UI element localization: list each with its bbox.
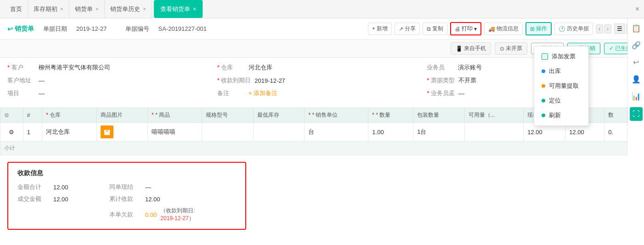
print-icon: 🖨: [455, 26, 460, 32]
col-no: #: [23, 108, 42, 123]
payment-current-debt: 本单欠款 0.00 （收款到期日: 2019-12-27）: [109, 207, 201, 222]
cell-more: 0.: [604, 123, 627, 142]
close-tab-sales-history[interactable]: ×: [143, 6, 146, 12]
copy-icon: ⧉: [427, 26, 431, 32]
refresh-icon: [542, 114, 545, 117]
share-icon: ↗: [399, 26, 403, 32]
col-product-img: 商品图片: [96, 108, 147, 123]
list-view-button[interactable]: ☰: [614, 23, 625, 34]
tab-inventory-init[interactable]: 库存期初 ×: [28, 0, 69, 18]
invoice-icon: ⊙: [500, 46, 504, 52]
cell-available: [464, 123, 524, 142]
salesman-label: 业务员: [427, 63, 454, 72]
new-button[interactable]: + 新增: [368, 23, 392, 35]
due-date-value: 2019-12-27: [254, 77, 285, 84]
close-tab-view-sales[interactable]: ×: [193, 6, 196, 12]
close-page-button[interactable]: ×: [635, 5, 639, 13]
col-spec: 规格型号: [202, 108, 253, 123]
form-title-text: 销货单: [15, 25, 34, 33]
page-content: ↩ 销货单 单据日期 2019-12-27 单据编号 SA-20191227-0…: [0, 18, 644, 245]
dropdown-locate[interactable]: 定位: [534, 93, 588, 108]
date-label: 单据日期: [43, 25, 67, 33]
col-pkg-qty: 包装数量: [413, 108, 464, 123]
project-value: —: [39, 90, 45, 97]
note-label: 备注: [217, 89, 245, 97]
nav-arrows: ‹ ›: [596, 24, 611, 34]
share-button[interactable]: ↗ 分享: [395, 23, 420, 35]
payment-grid: 金额合计 12.00 同单现结 — 成交金额 12.00 累计收款 12.00 …: [17, 183, 236, 222]
cell-product: 嘻嘻嘻嘻: [148, 123, 202, 142]
sidebar-icon-5[interactable]: 📊: [630, 90, 643, 103]
cell-warehouse: 河北仓库: [42, 123, 96, 142]
logistics-button[interactable]: 🚚 物流信息: [484, 23, 523, 35]
prev-record-button[interactable]: ‹: [596, 24, 603, 34]
subtotal-label: 小计: [0, 142, 627, 155]
salesman-field: 业务员 演示账号: [427, 63, 637, 72]
history-button[interactable]: 🕐 历史单据: [554, 23, 593, 35]
salesman2-value: —: [458, 90, 464, 97]
payment-deal-amount: 成交金额 12.00: [17, 195, 109, 203]
print-button[interactable]: 🖨 打印 ▾: [450, 22, 481, 35]
cell-gear: ⚙: [0, 123, 23, 142]
customer-label: 客户: [7, 63, 35, 72]
due-date-label: 收款到期日: [217, 76, 251, 85]
dropdown-available-pickup[interactable]: 可用量提取: [534, 79, 588, 93]
form-meta: 单据日期 2019-12-27 单据编号 SA-20191227-001: [43, 25, 368, 33]
table-row: ⚙ 1 河北仓库 嘻嘻嘻嘻 台 1.00 1台 12.00 12.00 0.: [0, 123, 627, 142]
due-date-field: 收款到期日 2019-12-27: [217, 76, 427, 85]
warehouse-value: 河北仓库: [249, 63, 272, 72]
dropdown-add-invoice[interactable]: 添加发票: [534, 49, 588, 64]
col-unit: * 销售单位: [305, 108, 368, 123]
payment-title: 收款信息: [17, 169, 236, 177]
customer-value: 柳州粤港平安气体有限公司: [39, 63, 110, 72]
tab-sales-history[interactable]: 销货单历史 ×: [105, 0, 152, 18]
history-icon: 🕐: [559, 26, 565, 32]
dropdown-outbound[interactable]: 出库: [534, 64, 588, 79]
project-label: 项目: [7, 89, 35, 97]
salesman2-label: 业务员孟: [427, 89, 455, 97]
tab-home[interactable]: 首页: [5, 0, 28, 18]
sidebar-icon-4[interactable]: 👤: [630, 73, 643, 85]
project-field: 项目 —: [7, 89, 217, 97]
tab-sales-order[interactable]: 销货单 ×: [69, 0, 105, 18]
ticket-value: 不开票: [458, 76, 476, 85]
address-value: —: [39, 77, 45, 84]
form-actions: + 新增 ↗ 分享 ⧉ 复制 🖨 打印 ▾ 🚚 物流信息 ⊞ 操作: [368, 22, 637, 35]
table-header-row: ⚙ # 仓库 商品图片 * 商品 规格型号 最低库存 * 销售单位 * 数量 包…: [0, 108, 627, 123]
sidebar-icon-1[interactable]: 📋: [630, 22, 643, 34]
dropdown-refresh[interactable]: 刷新: [534, 108, 588, 123]
address-field: 客户地址 —: [7, 76, 217, 85]
next-record-button[interactable]: ›: [604, 24, 611, 34]
copy-button[interactable]: ⧉ 复制: [423, 23, 447, 35]
effective-icon: ✓: [609, 45, 615, 51]
add-note-button[interactable]: 添加备注: [249, 89, 277, 97]
sidebar-icon-3[interactable]: ↩: [631, 56, 641, 68]
operations-button[interactable]: ⊞ 操作: [525, 22, 552, 35]
col-gear: ⚙: [0, 108, 23, 123]
phone-icon: 📱: [456, 46, 463, 52]
close-tab-inventory-init[interactable]: ×: [60, 6, 63, 12]
warehouse-label: 仓库: [217, 63, 245, 72]
payment-same-order: 同单现结 —: [109, 183, 201, 191]
operations-icon: ⊞: [530, 26, 535, 32]
close-tab-sales-order[interactable]: ×: [96, 6, 99, 12]
sidebar-icon-expand[interactable]: ⛶: [630, 107, 643, 121]
form-title: ↩ 销货单: [7, 25, 34, 33]
customer-field: 客户 柳州粤港平安气体有限公司: [7, 63, 217, 72]
payment-wrapper: 收款信息 金额合计 12.00 同单现结 — 成交金额 12.00 累计收款 1…: [0, 155, 644, 236]
date-value: 2019-12-27: [76, 25, 107, 32]
col-product: * 商品: [148, 108, 202, 123]
salesman2-field: 业务员孟 —: [427, 89, 637, 97]
col-qty: * 数量: [368, 108, 413, 123]
form-title-icon: ↩: [7, 25, 13, 33]
sidebar-icon-2[interactable]: 🔗: [630, 39, 643, 51]
print-dropdown-arrow: ▾: [474, 26, 477, 32]
tab-view-sales[interactable]: 查看销货单 ×: [154, 0, 203, 18]
right-sidebar: 📋 🔗 ↩ 👤 📊 ⛶: [627, 18, 644, 125]
not-opened-button[interactable]: ⊙ 未开票: [495, 42, 527, 55]
payment-section: 收款信息 金额合计 12.00 同单现结 — 成交金额 12.00 累计收款 1…: [7, 162, 246, 230]
cell-pkg-qty: 1台: [413, 123, 464, 142]
cell-spec: [202, 123, 253, 142]
product-image: [101, 125, 113, 138]
from-phone-button[interactable]: 📱 来自手机: [451, 42, 491, 55]
